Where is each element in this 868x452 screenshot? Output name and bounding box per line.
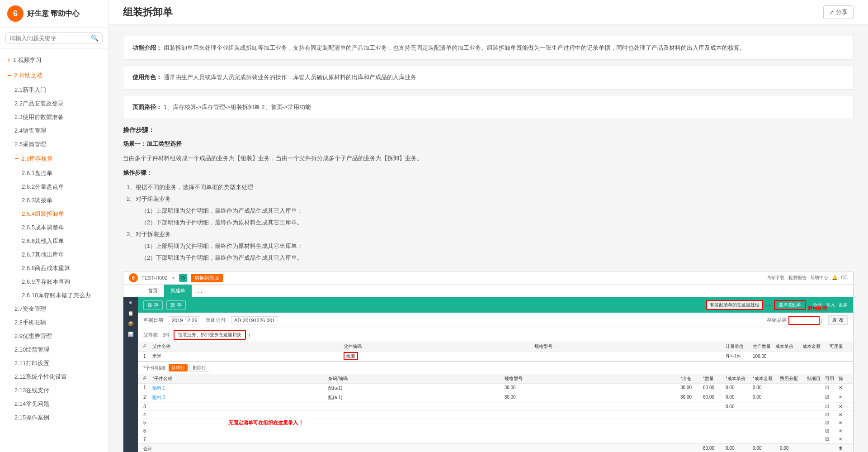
sidebar-item-docs-23[interactable]: 2.3使用前数据准备 bbox=[0, 110, 108, 124]
sidebar-item-docs-22[interactable]: 2.2产品安装及登录 bbox=[0, 97, 108, 110]
nav-list: + 1.视频学习 − 2.帮助文档 2.1新手入门 2.2产品安装及登录 2.3… bbox=[0, 49, 108, 452]
sidebar-item-video[interactable]: + 1.视频学习 bbox=[0, 52, 108, 68]
sidebar-item-docs-214[interactable]: 2.14常见问题 bbox=[0, 397, 108, 411]
minus-icon-26: − bbox=[14, 155, 19, 162]
label-count: 父件数 3件 bbox=[143, 332, 170, 338]
sidebar-item-docs-265[interactable]: 2.6.5成本调整单 bbox=[0, 221, 108, 234]
search-box: 🔍 bbox=[0, 28, 108, 49]
screenshot-icon1: ⚙ bbox=[179, 274, 187, 282]
table-row-lower-7: 7 ☑ ✕ bbox=[138, 435, 853, 443]
sidebar-item-docs-210[interactable]: 2.10经营管理 bbox=[0, 343, 108, 357]
sidebar-item-docs-25[interactable]: 2.5采购管理 bbox=[0, 138, 108, 151]
table-row-lower-2: 2 配料 2 配(a-1) 30.00 30.00 60.00 0.00 0.0… bbox=[138, 393, 853, 403]
sidebar-item-docs-26[interactable]: − 2.6库存核算 bbox=[0, 151, 108, 167]
screenshot-fields-row: 单据日期 2019-12-26 集团公司 AD-20191226-001 存储品… bbox=[138, 313, 853, 328]
sidebar-item-docs[interactable]: − 2.帮助文档 bbox=[0, 68, 108, 83]
step3-sub1: （1）上部明细为父件明细，最终作为原材料生成其它出库单； bbox=[141, 240, 854, 252]
del-row-btn: 删除行 bbox=[189, 364, 209, 372]
sidebar-item-docs-264[interactable]: 2.6.4组装拆卸单 bbox=[0, 207, 108, 221]
sidebar-header: 6 好生意 帮助中心 bbox=[0, 0, 108, 28]
sidebar-item-docs-261[interactable]: 2.6.1盘点单 bbox=[0, 167, 108, 180]
screenshot-nav-home: 首页 bbox=[142, 285, 164, 297]
screenshot-sidebar-icon3: 📦 bbox=[123, 319, 138, 329]
minus-icon: − bbox=[7, 72, 11, 79]
main-area: 组装拆卸单 ↗ 分享 功能介绍： 组装拆卸单用来处理企业组装或拆卸等加工业务，支… bbox=[108, 0, 868, 452]
screenshot-sidebar-icon4: 📊 bbox=[123, 329, 138, 339]
annotation-area2: 组装业务、拆卸业务在这里切换 ↑ bbox=[174, 330, 251, 340]
sidebar-item-docs-215[interactable]: 2.15操作案例 bbox=[0, 411, 108, 424]
path-box: 页面路径： 1、库存核算->库存管理->组装拆卸单 2、首页->常用功能 bbox=[123, 95, 854, 119]
arrow-up-icon: ↑ bbox=[248, 331, 251, 338]
table-header-upper: # 父件名称 父件编码 规格型号 计量单位 生产数量 成本单价 成本金额 可用量 bbox=[138, 342, 853, 352]
screenshot-ver: ▼ bbox=[171, 276, 175, 281]
add-row-btn: 新增行 bbox=[169, 364, 188, 371]
plus-icon: + bbox=[7, 57, 10, 63]
screenshot-subheader: 父件数 3件 组装业务、拆卸业务在这里切换 ↑ bbox=[138, 328, 853, 342]
sidebar-item-docs-212[interactable]: 2.12系统个性化设置 bbox=[0, 370, 108, 384]
table-header-lower: # *子件名称 条码/编码 规格型号 *出仓 *数量 *成本单价 *成本金额 费… bbox=[138, 374, 853, 384]
sidebar: 6 好生意 帮助中心 🔍 + 1.视频学习 − 2.帮助文档 2.1新手入门 2… bbox=[0, 0, 108, 452]
screenshot-logo: 6 bbox=[129, 273, 138, 282]
sidebar-item-docs-213[interactable]: 2.13在线支付 bbox=[0, 384, 108, 397]
sidebar-item-docs-269[interactable]: 2.6.9库存账本查询 bbox=[0, 275, 108, 289]
screenshot-nav-list: ... bbox=[192, 285, 208, 296]
step1: 1、根据不同的业务，选择不同单据的类型来处理 bbox=[127, 181, 854, 193]
field-value-date: 2019-12-26 bbox=[169, 316, 200, 324]
screenshot-form-header: 保 存 暂 存 有装配清单的在这里处理 → 选择装配单 bbox=[138, 297, 853, 313]
page-title: 组装拆卸单 bbox=[123, 5, 173, 19]
step2: 2、对于组装业务 bbox=[127, 193, 854, 205]
func-intro-label: 功能介绍： bbox=[132, 44, 162, 51]
screenshot-company: TEST-H002 bbox=[142, 275, 167, 281]
label-sub-count: *子件明细 bbox=[143, 365, 165, 371]
screenshot-nav-active: 新建单 bbox=[164, 285, 192, 297]
screenshot-save-btn: 保 存 bbox=[143, 300, 163, 310]
logo-icon: 6 bbox=[7, 5, 24, 22]
screenshot-nav-right: App下载 检测报告 帮助中心 🔔 CC bbox=[767, 275, 848, 281]
sidebar-item-docs-267[interactable]: 2.6.7其他出库单 bbox=[0, 248, 108, 262]
path-text: 1、库存核算->库存管理->组装拆卸单 2、首页->常用功能 bbox=[164, 104, 311, 110]
label-qiyong: 存储品类 bbox=[767, 317, 787, 324]
func-intro-box: 功能介绍： 组装拆卸单用来处理企业组装或拆卸等加工业务，支持有固定装配清单的产品… bbox=[123, 36, 854, 60]
share-icon: ↗ bbox=[829, 9, 834, 16]
sidebar-item-docs-2610[interactable]: 2.6.10库存账本错了怎么办 bbox=[0, 289, 108, 302]
sidebar-item-docs-211[interactable]: 2.11打印设置 bbox=[0, 357, 108, 370]
table-row-upper-1: 1 米米 组装 件<-1件 100.00 bbox=[138, 352, 853, 361]
search-icon[interactable]: 🔍 bbox=[91, 34, 99, 42]
sidebar-item-docs-24[interactable]: 2.4销售管理 bbox=[0, 124, 108, 138]
sidebar-item-docs-268[interactable]: 2.6.8商品成本重算 bbox=[0, 262, 108, 275]
annotation-box2: 组装业务、拆卸业务在这里切换 bbox=[174, 330, 246, 340]
commit-btn: 发 布 bbox=[828, 315, 848, 325]
app-screenshot: 6 TEST-H002 ▼ ⚙ 切换到新版 App下载 检测报告 帮助中心 🔔 … bbox=[123, 271, 854, 452]
step2-sub2: （2）下部明细为子件明细，最终作为原材料生成其它出库单。 bbox=[141, 217, 854, 228]
table-footer: 合计 80.00 0.00 0.00 0.00 🗑 bbox=[138, 443, 853, 452]
screenshot-left-sidebar: ≡ 📋 📦 📊 bbox=[123, 297, 138, 452]
sidebar-item-docs-21[interactable]: 2.1新手入门 bbox=[0, 83, 108, 97]
field-value-qiyong bbox=[788, 316, 819, 325]
sidebar-item-docs-266[interactable]: 2.6.6其他入库单 bbox=[0, 234, 108, 248]
screenshot-new-btn: 切换到新版 bbox=[191, 274, 223, 282]
sidebar-item-docs-262[interactable]: 2.6.2分量盘点单 bbox=[0, 180, 108, 194]
search-input-wrap[interactable]: 🔍 bbox=[5, 32, 103, 44]
screenshot-lower-table: # *子件名称 条码/编码 规格型号 *出仓 *数量 *成本单价 *成本金额 费… bbox=[138, 374, 853, 452]
step3-sub2: （2）下部明细为子件明细，最终作为产成品生成其它入库单。 bbox=[141, 252, 854, 264]
table-row-lower-3: 3 0.00 ☑ ✕ bbox=[138, 403, 853, 411]
sidebar-item-docs-28[interactable]: 2.8手机旺辅 bbox=[0, 316, 108, 329]
annotation4-label: 无固定清单可在组织在这里录入 ↑ bbox=[228, 418, 303, 426]
screenshot-body: ≡ 📋 📦 📊 保 存 暂 存 有装配清单的在 bbox=[123, 297, 853, 452]
screenshot-draft-btn: 暂 存 bbox=[166, 300, 186, 310]
table-row-lower-1: 1 配料 1 配(a-1) 30.00 30.00 60.00 0.00 0.0… bbox=[138, 384, 853, 393]
sidebar-item-docs-263[interactable]: 2.6.3调拨单 bbox=[0, 194, 108, 207]
arrow-icon1: → bbox=[765, 301, 772, 309]
screenshot-upper-table: # 父件名称 父件编码 规格型号 计量单位 生产数量 成本单价 成本金额 可用量… bbox=[138, 342, 853, 361]
ops-steps-label: 操作步骤： bbox=[123, 167, 854, 179]
screenshot-form: 保 存 暂 存 有装配清单的在这里处理 → 选择装配单 bbox=[138, 297, 853, 452]
sidebar-item-docs-29[interactable]: 2.9优惠券管理 bbox=[0, 329, 108, 343]
scene1-desc: 当由多个子件材料组装成一个成品的业务为【组装】业务，当由一个父件拆分成多个子产品… bbox=[123, 152, 854, 164]
share-button[interactable]: ↗ 分享 bbox=[823, 5, 854, 19]
screenshot-lower-header: *子件明细 新增行 删除行 bbox=[138, 361, 853, 374]
role-text: 通常由生产人员或库管人员完成拆装业务的操作，库管人员确认原材料的出库和产成品的入… bbox=[164, 74, 416, 81]
main-content: 功能介绍： 组装拆卸单用来处理企业组装或拆卸等加工业务，支持有固定装配清单的产品… bbox=[108, 25, 868, 452]
step2-sub1: （1）上部明细为父件明细，最终作为产成品生成其它入库单； bbox=[141, 205, 854, 217]
sidebar-item-docs-27[interactable]: 2.7资金管理 bbox=[0, 302, 108, 316]
search-input[interactable] bbox=[9, 35, 91, 42]
